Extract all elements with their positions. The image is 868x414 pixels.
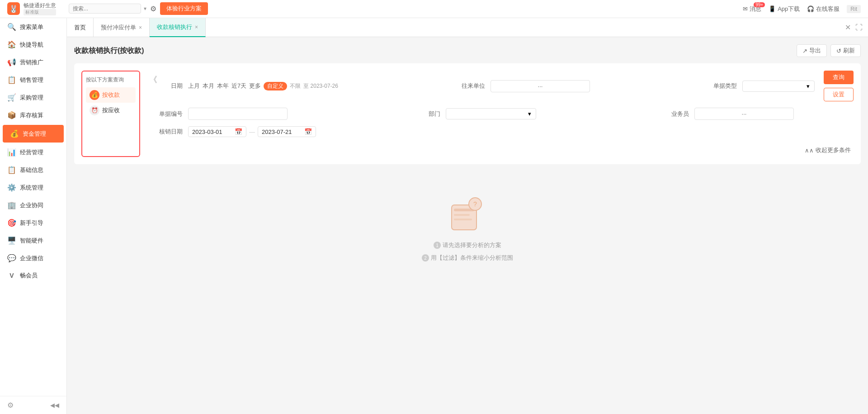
- sales-icon: 📋: [7, 76, 16, 84]
- voucher-no-input[interactable]: [188, 108, 288, 120]
- refresh-label: 刷新: [843, 47, 855, 55]
- shortcut-more[interactable]: 更多: [249, 82, 261, 90]
- sidebar-label-purchase: 采购管理: [20, 94, 43, 102]
- filter-option-by-receivable[interactable]: ⏰ 按应收: [86, 103, 136, 118]
- by-receivable-icon: ⏰: [90, 105, 99, 115]
- counterparty-input[interactable]: ···: [491, 80, 590, 92]
- date-shortcuts: 上月 本月 本年 近7天 更多 自定义 不限 至 2023-07-26: [188, 82, 338, 90]
- vip-icon: V: [7, 272, 16, 279]
- hint-text-2: 用【过滤】条件来缩小分析范围: [431, 254, 513, 262]
- sidebar-label-guide: 新手引导: [20, 219, 43, 227]
- tab-prepay[interactable]: 预付冲应付单 ×: [94, 18, 150, 37]
- shortcut-7days[interactable]: 近7天: [231, 82, 246, 90]
- date-no-limit-label: 不限: [290, 82, 301, 90]
- sidebar-label-marketing: 营销推广: [20, 58, 43, 67]
- sidebar-item-search-menu[interactable]: 🔍 搜索菜单: [0, 18, 66, 36]
- sidebar-label-basic-info: 基础信息: [20, 166, 43, 174]
- filter-row-1: 日期 上月 本月 本年 近7天 更多 自定义 不限 至 2023-07-26: [157, 71, 854, 101]
- tab-maximize-icon[interactable]: ⛶: [855, 24, 863, 32]
- hint-num-2: 2: [422, 254, 429, 262]
- by-receipt-label: 按收款: [102, 91, 120, 99]
- shortcut-this-month[interactable]: 本月: [203, 82, 214, 90]
- page-title: 收款核销执行(按收款): [74, 46, 144, 56]
- message-button[interactable]: ✉ 消息 99+: [743, 5, 761, 13]
- tab-close-all-icon[interactable]: ✕: [845, 23, 851, 32]
- sidebar-label-finance: 资金管理: [23, 130, 46, 138]
- empty-hint-1: 1 请先选择要分析的方案: [434, 241, 501, 249]
- business-input[interactable]: ···: [694, 108, 794, 120]
- svg-rect-3: [454, 219, 472, 220]
- sidebar-item-marketing[interactable]: 📢 营销推广: [0, 53, 66, 71]
- sidebar-item-guide[interactable]: 🎯 新手引导: [0, 214, 66, 232]
- refresh-button[interactable]: ↺ 刷新: [830, 44, 861, 57]
- tab-collection-exec[interactable]: 收款核销执行 ×: [150, 18, 206, 37]
- hardware-icon: 🖥️: [7, 236, 16, 245]
- tab-collection-exec-close-icon[interactable]: ×: [195, 24, 198, 30]
- sidebar-item-system[interactable]: ⚙️ 系统管理: [0, 179, 66, 196]
- app-download-button[interactable]: 📱 App下载: [769, 5, 800, 13]
- query-button[interactable]: 查询: [824, 71, 854, 84]
- date-label: 日期: [157, 82, 183, 90]
- voucher-type-select[interactable]: ▾: [742, 81, 815, 92]
- plan-button[interactable]: 体验行业方案: [160, 2, 208, 15]
- top-search-input[interactable]: [69, 4, 141, 14]
- counterparty-label: 往来单位: [460, 82, 485, 90]
- verify-date-from-input[interactable]: [192, 128, 233, 135]
- verify-date-to-input[interactable]: [262, 128, 302, 135]
- main-layout: 🔍 搜索菜单 🏠 快捷导航 📢 营销推广 📋 销售管理 🛒 采购管理 📦 库存核…: [0, 18, 868, 414]
- tab-prepay-close-icon[interactable]: ×: [139, 24, 142, 31]
- hint-text-1: 请先选择要分析的方案: [443, 241, 501, 249]
- app-logo: 🐰: [7, 2, 20, 15]
- shortcut-this-year[interactable]: 本年: [217, 82, 229, 90]
- filter-option-by-receipt[interactable]: 💰 按收款: [86, 87, 136, 103]
- filter-sidebar-title: 按以下方案查询: [86, 76, 136, 84]
- sidebar-item-purchase[interactable]: 🛒 采购管理: [0, 89, 66, 106]
- sidebar-item-sales[interactable]: 📋 销售管理: [0, 71, 66, 89]
- online-service-button[interactable]: 🎧 在线客服: [807, 5, 840, 13]
- brand-info: 畅捷通好生意 标准版: [24, 2, 56, 15]
- marketing-icon: 📢: [7, 58, 16, 67]
- empty-state: ? 1 请先选择要分析的方案 2 用【过滤】条件来缩小分析范围: [74, 164, 861, 289]
- voucher-no-label: 单据编号: [157, 110, 183, 118]
- tab-home[interactable]: 首页: [67, 18, 94, 37]
- settings-button[interactable]: 设置: [824, 88, 854, 101]
- sidebar-item-business[interactable]: 📊 经营管理: [0, 143, 66, 161]
- sidebar-item-vip[interactable]: V 畅会员: [0, 267, 66, 284]
- sidebar-label-wechat: 企业微信: [20, 254, 43, 262]
- purchase-icon: 🛒: [7, 93, 16, 102]
- sidebar-item-finance[interactable]: 💰 资金管理: [3, 125, 64, 143]
- quick-nav-icon: 🏠: [7, 40, 16, 49]
- sidebar-label-search-menu: 搜索菜单: [20, 23, 43, 31]
- sidebar-item-wechat[interactable]: 💬 企业微信: [0, 249, 66, 267]
- filter-form: 日期 上月 本月 本年 近7天 更多 自定义 不限 至 2023-07-26: [157, 71, 854, 157]
- settings-gear-icon[interactable]: ⚙: [150, 5, 156, 13]
- shortcut-custom[interactable]: 自定义: [264, 82, 287, 90]
- dept-select[interactable]: ▾: [446, 108, 536, 119]
- filter-collapse-icon[interactable]: 《: [149, 74, 157, 85]
- sidebar-item-basic-info[interactable]: 📋 基础信息: [0, 161, 66, 179]
- empty-illustration: ?: [445, 191, 490, 237]
- export-button[interactable]: ↗ 导出: [797, 44, 827, 57]
- verify-date-to-wrap: 📅: [258, 126, 316, 137]
- collapse-more-button[interactable]: ∧∧ 收起更多条件: [802, 143, 854, 157]
- username-display: Rit: [847, 5, 861, 13]
- page-header: 收款核销执行(按收款) ↗ 导出 ↺ 刷新: [74, 44, 861, 57]
- shortcut-last-month[interactable]: 上月: [188, 82, 200, 90]
- sidebar-collapse-button[interactable]: ◀◀: [50, 402, 59, 409]
- export-icon: ↗: [802, 48, 807, 54]
- right-actions: 查询 设置: [824, 71, 854, 101]
- sidebar-label-system: 系统管理: [20, 184, 43, 192]
- sidebar-item-inventory[interactable]: 📦 库存核算: [0, 106, 66, 124]
- collapse-icon: ∧∧: [805, 147, 814, 154]
- sidebar-item-enterprise[interactable]: 🏢 企业协同: [0, 196, 66, 214]
- verify-date-from-calendar-icon[interactable]: 📅: [235, 128, 242, 135]
- sidebar-item-hardware[interactable]: 🖥️ 智能硬件: [0, 232, 66, 249]
- message-icon: ✉: [743, 5, 748, 12]
- voucher-type-label: 单据类型: [712, 82, 737, 90]
- filter-row-3: 核销日期 📅 — 📅: [157, 126, 854, 137]
- sidebar-settings-icon[interactable]: ⚙: [7, 401, 14, 409]
- tab-collection-exec-label: 收款核销执行: [157, 23, 192, 31]
- verify-date-to-calendar-icon[interactable]: 📅: [304, 128, 312, 135]
- refresh-icon: ↺: [836, 48, 841, 54]
- sidebar-item-quick-nav[interactable]: 🏠 快捷导航: [0, 36, 66, 53]
